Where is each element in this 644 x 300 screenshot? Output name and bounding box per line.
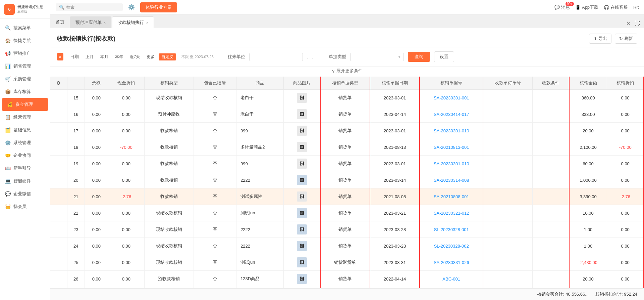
type-select[interactable] — [350, 53, 404, 61]
sidebar-item-search[interactable]: 🔍搜索菜单 — [0, 22, 50, 34]
cancel-bill-no-link[interactable]: SA-20230321-012 — [434, 211, 469, 216]
sidebar-item-basic[interactable]: 🗂️基础信息 — [0, 124, 50, 136]
date-this-month[interactable]: 本月 — [98, 53, 111, 61]
cell-cash-discount: 0.00 — [108, 172, 144, 188]
cell-cancel-bill-no[interactable]: SA-20210813-001 — [420, 139, 483, 156]
tab-prepay-close[interactable]: × — [104, 20, 106, 25]
shortcut-icon: 🏠 — [5, 38, 11, 43]
expand-more-button[interactable]: ∨ 展开更多条件 — [332, 68, 363, 74]
footer-totals: 核销金额合计: 40,556,66... 核销折扣合计: 952.24 — [537, 291, 637, 297]
cell-settings — [50, 156, 67, 172]
table-row: 23 0.00 0.00 现结收款核销 否 2222 🖼 销货单 2023-03… — [50, 221, 644, 238]
cancel-bill-no-link[interactable]: SL-20230328-001 — [434, 227, 469, 232]
cell-cancel-bill-no[interactable]: ABC-001 — [420, 271, 483, 287]
cancel-bill-no-link[interactable]: SA-20230414-017 — [434, 112, 469, 117]
table-row: 24 0.00 0.00 现结收款核销 否 2222 🖼 销货单 2023-03… — [50, 238, 644, 254]
cell-product-img: 🖼 — [284, 221, 320, 238]
solution-button[interactable]: 体验行业方案 — [140, 2, 177, 12]
cell-cancel-bill-no[interactable]: SA-20230301-001 — [420, 90, 483, 106]
query-button[interactable]: 查询 — [408, 52, 430, 62]
cancel-bill-no-link[interactable]: SA-20210808-001 — [434, 194, 469, 199]
sidebar-item-cooperation[interactable]: 🤝企业协同 — [0, 149, 50, 162]
th-settings[interactable]: ⚙ — [50, 77, 67, 90]
wechat-icon: 💬 — [5, 191, 11, 197]
cancel-bill-no-link[interactable]: SA-20230301-010 — [434, 128, 469, 133]
cell-receipt-order-no — [483, 271, 532, 287]
cancel-bill-no-link[interactable]: SA-20230331-026 — [434, 260, 469, 265]
date-more[interactable]: 更多 — [144, 53, 157, 61]
message-button[interactable]: 💬 消息 99+ — [554, 4, 570, 10]
user-name[interactable]: Rit — [633, 5, 639, 10]
sidebar-item-operations[interactable]: 📋经营管理 — [0, 111, 50, 124]
cell-product: 老白干 — [236, 106, 284, 123]
cancel-bill-no-link[interactable]: SA-20210813-001 — [434, 145, 469, 150]
cell-cancel-bill-no[interactable]: SA-20230331-026 — [420, 254, 483, 271]
sidebar-item-purchase[interactable]: 🛒采购管理 — [0, 73, 50, 85]
cancel-bill-no-link[interactable]: SL-20230328-002 — [434, 244, 469, 249]
sidebar-item-wechat[interactable]: 💬企业微信 — [0, 187, 50, 200]
cell-product-img: 🖼 — [284, 123, 320, 139]
unit-input[interactable] — [249, 53, 303, 61]
cell-cancel-bill-no[interactable]: SA-20230301-010 — [420, 123, 483, 139]
filter-settings-button[interactable]: 设置 — [434, 51, 454, 62]
topbar: 🔍 ⚙️ 体验行业方案 💬 消息 99+ 📱 App下载 🎧 在线客服 Rit — [50, 0, 644, 15]
filter-expand-button[interactable]: » — [57, 53, 63, 60]
sidebar-item-inventory[interactable]: 📦库存核算 — [0, 85, 50, 98]
cell-cancel-bill-no[interactable]: SL-20230328-002 — [420, 238, 483, 254]
cell-cancel-bill-no[interactable]: SA-20230414-017 — [420, 106, 483, 123]
export-button[interactable]: ⬆ 导出 — [589, 34, 611, 44]
tab-prepay[interactable]: 预付冲应付单 × — [70, 16, 111, 28]
date-filter-label: 日期 — [70, 54, 79, 60]
th-cancel-bill-type: 核销单据类型 — [320, 77, 370, 90]
cell-cancel-bill-no[interactable]: SA-20230314-008 — [420, 172, 483, 188]
th-cancel-type: 核销类型 — [144, 77, 194, 90]
cell-cash-discount: -70.00 — [108, 139, 144, 156]
cell-cancel-amount: 1.00 — [569, 221, 607, 238]
cancel-bill-no-link[interactable]: SA-20230301-010 — [434, 161, 469, 166]
cell-seq: 20 — [67, 172, 85, 188]
app-download-button[interactable]: 📱 App下载 — [575, 4, 598, 10]
filter-bar: » 日期 上月 本月 本年 近7天 更多 自定义 不限 至 2023-07-26… — [50, 47, 644, 67]
cell-cancel-bill-type: 销货单 — [320, 172, 370, 188]
cancel-bill-no-link[interactable]: ABC-001 — [442, 276, 460, 282]
cell-product-img: 🖼 — [284, 90, 320, 106]
cell-cancel-bill-no[interactable]: SA-20230321-012 — [420, 205, 483, 221]
cell-cancel-bill-no[interactable]: SL-20230328-001 — [420, 221, 483, 238]
cancel-bill-no-link[interactable]: SA-20230301-001 — [434, 95, 469, 100]
table-footer: 核销金额合计: 40,556,66... 核销折扣合计: 952.24 — [50, 288, 644, 300]
sidebar-item-hardware[interactable]: 💻智能硬件 — [0, 175, 50, 187]
th-receipt-condition: 收款条件 — [533, 77, 569, 90]
sidebar-item-member[interactable]: 👑畅会员 — [0, 200, 50, 213]
tab-receipt[interactable]: 收款核销执行 × — [112, 16, 154, 28]
tab-home[interactable]: 首页 — [50, 16, 70, 28]
cancel-bill-no-link[interactable]: SA-20230314-008 — [434, 178, 469, 183]
search-input[interactable] — [66, 5, 113, 10]
date-last-month[interactable]: 上月 — [83, 53, 96, 61]
date-last-7-days[interactable]: 近7天 — [127, 53, 143, 61]
cell-cancel-bill-no[interactable]: SA-20230301-010 — [420, 156, 483, 172]
sidebar-item-sales[interactable]: 📊销售管理 — [0, 60, 50, 73]
sidebar-item-label: 经营管理 — [13, 114, 31, 120]
refresh-button[interactable]: ↻ 刷新 — [615, 34, 637, 44]
tab-close-button[interactable]: ✕ — [625, 19, 632, 28]
online-service-button[interactable]: 🎧 在线客服 — [604, 4, 628, 10]
cell-cancel-bill-no[interactable]: SA-20210808-001 — [420, 188, 483, 205]
date-this-year[interactable]: 本年 — [112, 53, 126, 61]
tab-receipt-close[interactable]: × — [146, 20, 148, 25]
cell-is-settled: 否 — [194, 123, 236, 139]
sidebar-item-shortcut[interactable]: 🏠快捷导航 — [0, 34, 50, 47]
cell-product: 2222 — [236, 221, 284, 238]
gear-icon[interactable]: ⚙️ — [128, 4, 135, 10]
tab-expand-button[interactable]: ⛶ — [633, 19, 641, 28]
sidebar-item-system[interactable]: ⚙️系统管理 — [0, 136, 50, 149]
sidebar-item-finance[interactable]: 💰资金管理 — [2, 98, 48, 111]
product-image-placeholder: 🖼 — [297, 126, 307, 136]
sidebar-item-newbie[interactable]: 📖新手引导 — [0, 162, 50, 175]
cell-cancel-bill-date: 2023-03-31 — [370, 254, 420, 271]
data-table: ⚙ 余额 现金折扣 核销类型 包含已结清 商品 商品图片 核销单据类型 核销单据… — [50, 77, 644, 288]
sidebar-item-marketing[interactable]: 📢营销推广 — [0, 47, 50, 60]
cell-cancel-bill-date: 2023-03-14 — [370, 172, 420, 188]
product-image: 🖼 — [297, 274, 307, 284]
app-logo: 6 畅捷通谱好生意 标准版 — [0, 0, 50, 19]
date-custom-badge[interactable]: 自定义 — [159, 53, 176, 60]
